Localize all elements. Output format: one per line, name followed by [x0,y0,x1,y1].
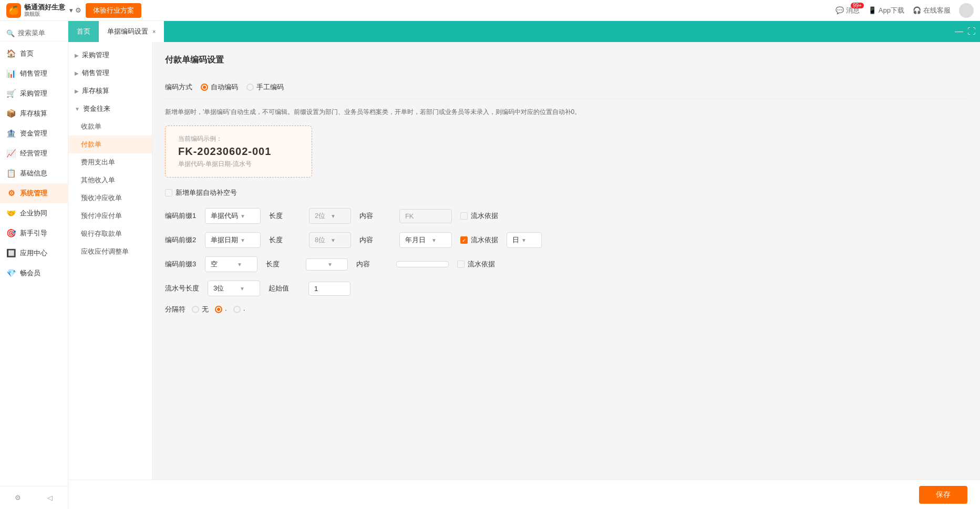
tab-minimize-icon[interactable]: — [955,27,963,36]
brand-sub: 旗舰版 [24,11,65,17]
sidebar-item-finance[interactable]: 🏦 资金管理 [0,123,68,143]
waterflow1-row: 流水依据 [460,211,498,221]
waterflow1-checkbox[interactable] [460,212,468,220]
auto-code-radio[interactable]: 自动编码 [201,82,238,92]
sidebar-item-operation[interactable]: 📈 经营管理 [0,143,68,163]
sidebar-item-home[interactable]: 🏠 首页 [0,44,68,64]
sep-dash-radio[interactable]: · [215,306,227,314]
coding-method-row: 编码方式 自动编码 手工编码 [165,76,967,99]
app-download-item[interactable]: 📱 App下载 [868,6,904,15]
sep-none-radio[interactable]: 无 [192,305,209,314]
save-button[interactable]: 保存 [919,486,967,504]
sidebar-label-inventory: 库存核算 [20,109,47,118]
tab-home[interactable]: 首页 [68,21,99,42]
prefix1-label: 编码前缀1 [165,211,197,221]
coding-method-label: 编码方式 [165,82,192,92]
sub-item-prepay-ar[interactable]: 预收冲应收单 [68,189,152,207]
sub-group-inventory: ▶ 库存核算 [68,82,152,100]
waterflow2-checkbox[interactable]: ✓ [460,236,468,244]
length3-arrow: ▼ [327,262,333,267]
finance-icon: 🏦 [6,129,16,138]
chevron-right-icon2: ▶ [75,70,79,76]
sidebar-label-enterprise: 企业协同 [20,209,47,218]
sidebar-item-newbie[interactable]: 🎯 新手引导 [0,223,68,243]
sidebar-item-enterprise[interactable]: 🤝 企业协同 [0,203,68,223]
sub-item-expense[interactable]: 费用支出单 [68,153,152,171]
apps-icon: 🔲 [6,248,16,258]
length1-arrow: ▼ [331,213,336,219]
sub-item-payment[interactable]: 付款单 [68,136,152,153]
sep-dash-circle [215,306,222,313]
content1-input[interactable]: FK [399,209,452,223]
sub-item-prepay-ap[interactable]: 预付冲应付单 [68,207,152,225]
sidebar-item-apps[interactable]: 🔲 应用中心 [0,243,68,263]
waterflow3-checkbox[interactable] [457,261,465,268]
search-menu-label: 搜索菜单 [18,28,45,38]
sep-none-circle [192,306,199,313]
auto-fill-checkbox[interactable] [165,189,172,196]
length3-select[interactable]: ▼ [306,258,348,271]
online-service-item[interactable]: 🎧 在线客服 [913,6,951,15]
topbar-right: 💬 消息 99+ 📱 App下载 🎧 在线客服 [835,3,974,18]
waterflow3-row: 流水依据 [457,259,495,269]
sidebar-collapse-btn[interactable]: ◁ [36,491,64,505]
sub-item-receipt[interactable]: 收款单 [68,118,152,136]
waterflow2-period-select[interactable]: 日 ▼ [507,232,542,248]
prefix1-select[interactable]: 单据代码 ▼ [205,208,261,224]
settings-icon[interactable]: ⚙ [75,6,81,14]
sidebar-settings-btn[interactable]: ⚙ [4,491,32,505]
nav-dropdown-arrow[interactable]: ▾ [69,6,73,14]
length1-select[interactable]: 2位 ▼ [309,208,351,224]
content2-arrow: ▼ [431,237,437,243]
sidebar-label-sales: 销售管理 [20,69,47,78]
tab-close-icon[interactable]: × [152,28,156,35]
auto-fill-row: 新增单据自动补空号 [165,188,967,198]
sidebar-item-vip[interactable]: 💎 畅会员 [0,263,68,283]
serial-length-select[interactable]: 3位 ▼ [208,281,260,296]
sub-group-finance: ▼ 资金往来 收款单 付款单 费用支出单 其他收入单 预收冲应收单 预付冲应付单… [68,100,152,261]
search-menu[interactable]: 🔍 搜索菜单 [0,25,68,41]
prefix3-arrow: ▼ [237,262,242,267]
prefix2-select[interactable]: 单据日期 ▼ [205,232,261,248]
service-icon: 🎧 [913,6,921,14]
prefix3-select[interactable]: 空 ▼ [205,256,257,272]
sub-group-inventory-title[interactable]: ▶ 库存核算 [68,82,152,100]
sidebar-label-finance: 资金管理 [20,129,47,138]
user-avatar[interactable] [959,3,974,18]
tab-maximize-icon[interactable]: ⛶ [967,27,976,36]
content2-label: 内容 [359,235,391,245]
message-item[interactable]: 💬 消息 99+ [835,6,860,15]
sidebar-label-purchase: 采购管理 [20,89,47,98]
auto-code-radio-circle [201,84,208,91]
serial-length-value: 3位 [213,284,224,293]
code-preview-value: FK-20230602-001 [178,146,299,158]
topbar: 🍊 畅通酒好生意 旗舰版 ▾ ⚙ 体验行业方案 💬 消息 99+ 📱 App下载… [0,0,980,21]
sidebar-label-newbie: 新手引导 [20,228,47,238]
sub-group-sales-title[interactable]: ▶ 销售管理 [68,64,152,82]
sidebar-item-purchase[interactable]: 🛒 采购管理 [0,84,68,103]
manual-code-radio[interactable]: 手工编码 [246,82,284,92]
sub-group-finance-title[interactable]: ▼ 资金往来 [68,100,152,118]
start-value-input[interactable]: 1 [308,282,350,296]
sidebar-item-inventory[interactable]: 📦 库存核算 [0,103,68,123]
waterflow2-period-arrow: ▼ [521,237,527,243]
manual-code-radio-circle [246,84,254,91]
topbar-nav[interactable]: ▾ ⚙ [69,6,81,14]
content3-input[interactable] [396,261,449,267]
content2-select[interactable]: 年月日 ▼ [399,232,452,248]
prefix3-row: 编码前缀3 空 ▼ 长度 ▼ 内容 [165,256,967,272]
length2-select[interactable]: 8位 ▼ [309,232,351,248]
tab-active[interactable]: 单据编码设置 × [99,21,164,42]
sub-group-finance-label: 资金往来 [83,104,110,113]
sub-group-purchase-title[interactable]: ▶ 采购管理 [68,46,152,64]
app-download-label: App下载 [879,6,904,15]
sub-item-adjustment[interactable]: 应收应付调整单 [68,243,152,261]
topbar-left: 🍊 畅通酒好生意 旗舰版 ▾ ⚙ 体验行业方案 [6,3,141,18]
sidebar-item-system[interactable]: ⚙ 系统管理 [0,183,68,203]
sidebar-item-sales[interactable]: 📊 销售管理 [0,64,68,84]
sub-item-other-income[interactable]: 其他收入单 [68,171,152,189]
sep-dot-radio[interactable]: · [233,306,245,314]
trial-button[interactable]: 体验行业方案 [86,3,141,18]
sub-item-bank[interactable]: 银行存取款单 [68,225,152,243]
sidebar-item-basic[interactable]: 📋 基础信息 [0,163,68,183]
